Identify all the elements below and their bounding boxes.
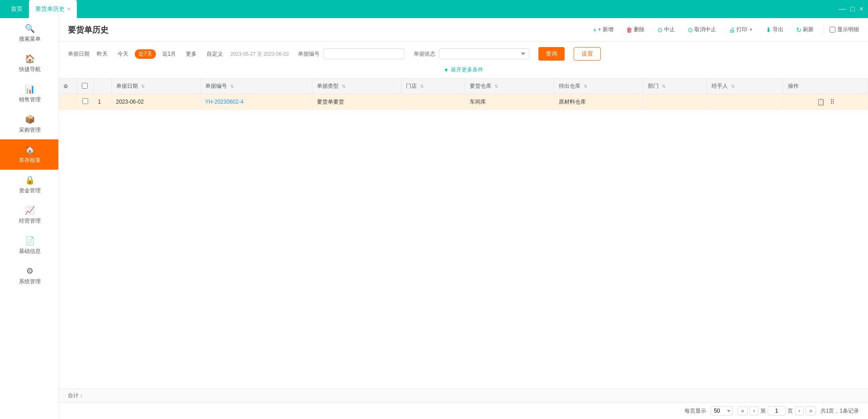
th-date[interactable]: 单据日期 ⇅ bbox=[111, 79, 200, 94]
sidebar-item-inventory[interactable]: 🏠 库存核算 bbox=[0, 139, 58, 170]
pagination-bar: 每页显示 50 20 100 « ‹ 第 页 › » 共1页，1条记录 bbox=[59, 402, 868, 419]
expand-row: ▼ 展开更多条件 bbox=[68, 64, 859, 76]
show-detail-label[interactable]: 显示明细 bbox=[830, 26, 859, 33]
sidebar-item-sales[interactable]: 📊 销售管理 bbox=[0, 79, 58, 109]
date-btn-7days[interactable]: 近7天 bbox=[135, 49, 156, 59]
date-btn-more[interactable]: 更多 bbox=[182, 49, 200, 59]
finance-icon: 🔒 bbox=[25, 175, 35, 185]
search-menu-icon: 🔍 bbox=[25, 24, 35, 33]
th-bill-no[interactable]: 单据编号 ⇅ bbox=[200, 79, 312, 94]
content-area: 要货单历史 + + 新增 🗑 删除 ⊙ 中止 ⊙ 取消中止 bbox=[59, 18, 868, 419]
row-checkbox[interactable] bbox=[82, 98, 88, 104]
query-button[interactable]: 查询 bbox=[538, 47, 565, 61]
sidebar-item-purchase[interactable]: 📦 采购管理 bbox=[0, 109, 58, 139]
sort-pending-warehouse-icon: ⇅ bbox=[584, 84, 587, 89]
delete-button[interactable]: 🗑 删除 bbox=[622, 24, 649, 36]
sidebar-item-basic[interactable]: 📄 基础信息 bbox=[0, 230, 58, 261]
first-page-btn[interactable]: « bbox=[737, 406, 748, 415]
th-pending-warehouse[interactable]: 待出仓库 ⇅ bbox=[554, 79, 643, 94]
td-date: 2023-06-02 bbox=[111, 94, 200, 110]
table-head: ⚙ 单据日期 ⇅ 单据编号 ⇅ bbox=[59, 79, 868, 94]
sidebar-item-quick-nav[interactable]: 🏠 快捷导航 bbox=[0, 48, 58, 79]
date-btn-yesterday[interactable]: 昨天 bbox=[93, 49, 111, 59]
filter-status: 单据状态 bbox=[414, 48, 529, 59]
sort-req-warehouse-icon: ⇅ bbox=[495, 84, 498, 89]
filter-bill-no: 单据编号 bbox=[298, 48, 405, 59]
tab-home-label: 首页 bbox=[11, 5, 23, 13]
td-pending-warehouse: 原材料仓库 bbox=[554, 94, 643, 110]
sort-handler-icon: ⇅ bbox=[731, 84, 735, 89]
next-page-btn[interactable]: › bbox=[795, 406, 804, 415]
sales-icon: 📊 bbox=[25, 84, 35, 94]
th-store[interactable]: 门店 ⇅ bbox=[401, 79, 465, 94]
th-store-label: 门店 bbox=[406, 83, 417, 89]
select-all-checkbox[interactable] bbox=[82, 83, 88, 89]
show-detail-checkbox[interactable] bbox=[830, 27, 835, 33]
data-table: ⚙ 单据日期 ⇅ 单据编号 ⇅ bbox=[59, 79, 868, 110]
export-icon: ⬇ bbox=[766, 26, 771, 33]
th-date-label: 单据日期 bbox=[116, 83, 138, 89]
th-settings[interactable]: ⚙ bbox=[59, 79, 77, 94]
tab-home[interactable]: 首页 bbox=[5, 0, 29, 18]
sort-bill-no-icon: ⇅ bbox=[230, 84, 234, 89]
system-icon: ⚙ bbox=[26, 266, 33, 276]
bill-no-link[interactable]: YH-20230602-4 bbox=[205, 99, 244, 105]
th-department[interactable]: 部门 ⇅ bbox=[643, 79, 707, 94]
tab-close-btn[interactable]: × bbox=[67, 6, 71, 12]
print-button[interactable]: 🖨 打印 ▼ bbox=[724, 24, 758, 36]
expand-label: 展开更多条件 bbox=[451, 66, 483, 74]
bill-no-label: 单据编号 bbox=[298, 50, 320, 58]
sidebar-item-search-menu[interactable]: 🔍 搜索菜单 bbox=[0, 18, 58, 48]
settings-button[interactable]: 设置 bbox=[574, 47, 601, 61]
stop-button[interactable]: ⊙ 中止 bbox=[653, 24, 679, 36]
page-number-input[interactable] bbox=[768, 406, 786, 415]
status-label: 单据状态 bbox=[414, 50, 435, 58]
window-close-btn[interactable]: × bbox=[859, 5, 863, 13]
print-dropdown-icon: ▼ bbox=[749, 27, 753, 32]
sidebar-item-system[interactable]: ⚙ 系统管理 bbox=[0, 261, 58, 291]
last-page-btn[interactable]: » bbox=[806, 406, 816, 415]
basic-icon: 📄 bbox=[25, 236, 35, 246]
cancel-stop-icon: ⊙ bbox=[688, 26, 693, 33]
th-bill-no-label: 单据编号 bbox=[205, 83, 227, 89]
sidebar-item-finance-label: 资金管理 bbox=[19, 187, 41, 195]
th-bill-type[interactable]: 单据类型 ⇅ bbox=[312, 79, 401, 94]
row-edit-button[interactable]: 📋 bbox=[816, 97, 826, 106]
page-size-select[interactable]: 50 20 100 bbox=[711, 406, 733, 415]
refresh-label: 刷新 bbox=[803, 26, 814, 33]
expand-conditions-button[interactable]: ▼ 展开更多条件 bbox=[439, 64, 488, 76]
table-area: ⚙ 单据日期 ⇅ 单据编号 ⇅ bbox=[59, 79, 868, 389]
th-handler[interactable]: 经手人 ⇅ bbox=[707, 79, 783, 94]
th-index bbox=[93, 79, 111, 94]
maximize-btn[interactable]: □ bbox=[850, 5, 855, 13]
tab-active[interactable]: 要货单历史 × bbox=[29, 0, 77, 18]
filter-row-1: 单据日期 昨天 今天 近7天 近1月 更多 自定义 2023-05-27 至 2… bbox=[68, 47, 859, 61]
td-bill-no: YH-20230602-4 bbox=[200, 94, 312, 110]
stop-icon: ⊙ bbox=[657, 26, 663, 33]
sidebar-item-sales-label: 销售管理 bbox=[19, 96, 41, 104]
export-button[interactable]: ⬇ 导出 bbox=[761, 24, 788, 36]
date-btn-today[interactable]: 今天 bbox=[114, 49, 132, 59]
prev-page-btn[interactable]: ‹ bbox=[750, 406, 759, 415]
th-req-warehouse[interactable]: 要货仓库 ⇅ bbox=[465, 79, 554, 94]
th-actions: 操作 bbox=[783, 79, 868, 94]
sidebar-item-finance[interactable]: 🔒 资金管理 bbox=[0, 170, 58, 200]
bill-no-input[interactable] bbox=[323, 48, 405, 59]
sidebar-item-search-menu-label: 搜索菜单 bbox=[19, 35, 41, 43]
main-layout: 🔍 搜索菜单 🏠 快捷导航 📊 销售管理 📦 采购管理 🏠 库存核算 🔒 资金管… bbox=[0, 18, 868, 419]
minimize-btn[interactable]: — bbox=[839, 5, 846, 13]
delete-icon: 🗑 bbox=[626, 26, 632, 33]
row-more-button[interactable]: ⠿ bbox=[829, 97, 835, 106]
row-actions: 📋 ⠿ bbox=[788, 97, 863, 106]
cancel-stop-button[interactable]: ⊙ 取消中止 bbox=[683, 24, 721, 36]
status-select[interactable] bbox=[439, 48, 529, 59]
date-btn-1month[interactable]: 近1月 bbox=[159, 49, 180, 59]
cancel-stop-label: 取消中止 bbox=[694, 26, 716, 33]
sort-department-icon: ⇅ bbox=[662, 84, 665, 89]
quick-nav-icon: 🏠 bbox=[25, 54, 35, 64]
sidebar-item-ops[interactable]: 📈 经营管理 bbox=[0, 200, 58, 230]
sidebar-item-quick-nav-label: 快捷导航 bbox=[19, 66, 41, 73]
date-btn-custom[interactable]: 自定义 bbox=[203, 49, 226, 59]
new-button[interactable]: + + 新增 bbox=[589, 24, 618, 36]
refresh-button[interactable]: ↻ 刷新 bbox=[792, 24, 818, 36]
